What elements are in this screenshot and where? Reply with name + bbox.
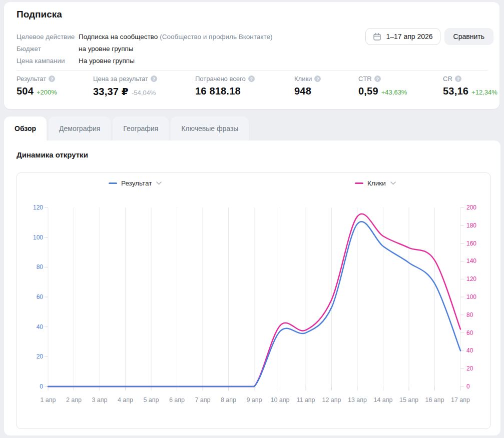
stat-value: 16 818.18 bbox=[195, 86, 241, 97]
info-label: Цена кампании bbox=[17, 55, 79, 67]
info-value: На уровне группы bbox=[79, 55, 135, 67]
stat-total-spent: Потрачено всего? 16 818.18 bbox=[195, 75, 255, 97]
svg-text:12 апр: 12 апр bbox=[322, 396, 341, 404]
svg-text:1 апр: 1 апр bbox=[40, 396, 56, 404]
info-value: Подписка на сообщество(Сообщество и проф… bbox=[79, 31, 272, 43]
overview-panel: Динамика открутки Результат Клики 020406… bbox=[4, 140, 500, 436]
svg-text:40: 40 bbox=[466, 347, 473, 354]
svg-text:6 апр: 6 апр bbox=[169, 396, 185, 404]
campaign-header-card: Подписка Целевое действие Подписка на со… bbox=[4, 2, 499, 109]
svg-text:80: 80 bbox=[466, 312, 473, 318]
tab-geography[interactable]: География bbox=[113, 116, 169, 140]
svg-text:13 апр: 13 апр bbox=[348, 396, 367, 404]
stat-delta: +12,34% bbox=[471, 88, 497, 96]
tab-keywords[interactable]: Ключевые фразы bbox=[171, 116, 249, 140]
svg-text:0: 0 bbox=[466, 383, 470, 390]
svg-text:0: 0 bbox=[40, 383, 43, 390]
svg-text:40: 40 bbox=[37, 324, 44, 330]
svg-text:11 апр: 11 апр bbox=[296, 396, 315, 404]
svg-text:10 апр: 10 апр bbox=[270, 396, 289, 404]
info-value: на уровне группы bbox=[79, 43, 134, 55]
stat-delta: -54,04% bbox=[132, 89, 156, 96]
svg-text:17 апр: 17 апр bbox=[451, 396, 470, 404]
svg-text:15 апр: 15 апр bbox=[399, 396, 418, 404]
svg-text:2 апр: 2 апр bbox=[66, 396, 82, 404]
tab-overview[interactable]: Обзор bbox=[4, 116, 47, 140]
stats-divider bbox=[17, 70, 487, 71]
help-icon[interactable]: ? bbox=[374, 76, 381, 82]
stat-label: Цена за результат bbox=[93, 75, 148, 82]
svg-text:60: 60 bbox=[37, 294, 44, 300]
header-controls: 1–17 апр 2026 Сравнить bbox=[365, 28, 493, 45]
stat-result: Результат? 504+200% bbox=[17, 75, 57, 97]
svg-text:140: 140 bbox=[466, 258, 476, 264]
svg-text:100: 100 bbox=[466, 294, 476, 300]
stat-delta: +200% bbox=[37, 88, 57, 96]
svg-text:7 апр: 7 апр bbox=[195, 396, 210, 404]
svg-text:20: 20 bbox=[466, 365, 473, 372]
svg-text:8 апр: 8 апр bbox=[221, 396, 236, 404]
svg-text:180: 180 bbox=[466, 222, 476, 229]
dynamics-chart: 0204060801001200204060801001201401601802… bbox=[17, 173, 490, 428]
svg-text:160: 160 bbox=[466, 240, 476, 247]
report-tabs: Обзор Демография География Ключевые фраз… bbox=[4, 116, 249, 140]
stat-value: 504 bbox=[17, 86, 34, 97]
svg-text:16 апр: 16 апр bbox=[425, 396, 444, 404]
stat-value: 33,37 ₽ bbox=[93, 86, 129, 98]
stat-label: Результат bbox=[17, 75, 46, 82]
date-range-picker[interactable]: 1–17 апр 2026 bbox=[365, 28, 440, 45]
svg-text:60: 60 bbox=[466, 330, 473, 336]
svg-text:100: 100 bbox=[33, 234, 43, 241]
info-row-target-action: Целевое действие Подписка на сообщество(… bbox=[17, 31, 272, 43]
info-label: Целевое действие bbox=[17, 31, 79, 43]
info-row-budget: Бюджет на уровне группы bbox=[17, 43, 272, 55]
date-range-label: 1–17 апр 2026 bbox=[386, 32, 432, 40]
info-label: Бюджет bbox=[17, 43, 79, 55]
stat-label: Потрачено всего bbox=[195, 75, 246, 82]
svg-text:120: 120 bbox=[466, 276, 476, 282]
stat-ctr: CTR? 0,59+43,63% bbox=[358, 75, 407, 97]
svg-text:120: 120 bbox=[33, 204, 43, 211]
svg-text:4 апр: 4 апр bbox=[118, 396, 133, 404]
stat-value: 53,16 bbox=[443, 86, 468, 97]
svg-text:200: 200 bbox=[466, 204, 476, 211]
calendar-icon bbox=[373, 32, 381, 41]
dynamics-chart-card: Результат Клики 020406080100120020406080… bbox=[17, 172, 490, 429]
stat-label: CTR bbox=[358, 75, 372, 82]
section-title: Динамика открутки bbox=[17, 150, 88, 159]
svg-text:5 апр: 5 апр bbox=[143, 396, 159, 404]
stat-cost-per-result: Цена за результат? 33,37 ₽-54,04% bbox=[93, 75, 157, 98]
help-icon[interactable]: ? bbox=[314, 76, 321, 82]
tab-demography[interactable]: Демография bbox=[49, 116, 111, 140]
info-row-campaign-price: Цена кампании На уровне группы bbox=[17, 55, 272, 67]
svg-text:80: 80 bbox=[37, 264, 44, 270]
help-icon[interactable]: ? bbox=[151, 76, 157, 82]
campaign-info: Целевое действие Подписка на сообщество(… bbox=[17, 31, 272, 67]
stat-label: CR bbox=[443, 75, 452, 82]
help-icon[interactable]: ? bbox=[455, 76, 461, 82]
stat-cr: CR? 53,16+12,34% bbox=[443, 75, 497, 97]
svg-text:3 апр: 3 апр bbox=[92, 396, 107, 404]
compare-button[interactable]: Сравнить bbox=[444, 28, 493, 45]
campaign-title: Подписка bbox=[17, 9, 62, 20]
stat-clicks: Клики? 948 bbox=[294, 75, 321, 97]
svg-text:20: 20 bbox=[37, 353, 44, 360]
help-icon[interactable]: ? bbox=[248, 76, 255, 82]
stat-label: Клики bbox=[294, 75, 312, 82]
stat-delta: +43,63% bbox=[381, 88, 407, 96]
svg-text:9 апр: 9 апр bbox=[246, 396, 262, 404]
help-icon[interactable]: ? bbox=[49, 76, 55, 82]
stat-value: 0,59 bbox=[358, 86, 378, 97]
stat-value: 948 bbox=[294, 86, 311, 97]
svg-text:14 апр: 14 апр bbox=[373, 396, 392, 404]
